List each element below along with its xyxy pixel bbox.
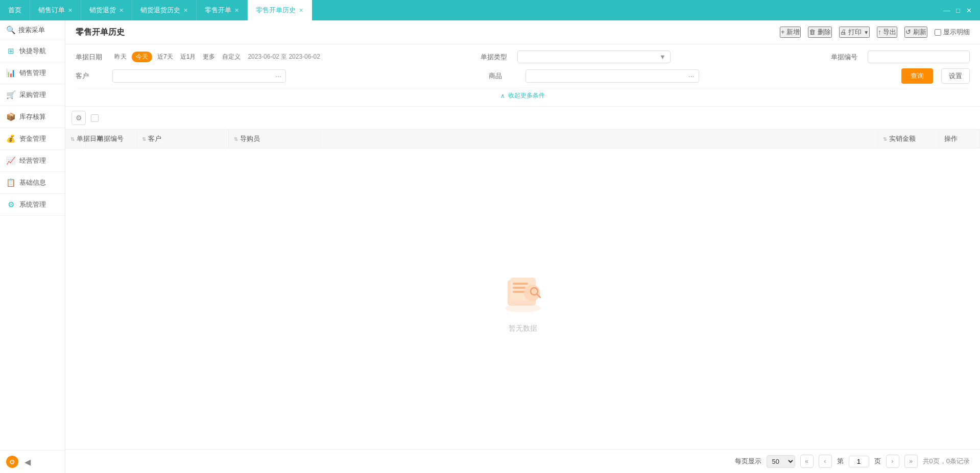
- filter-row-2: 客户 ··· 商品 ··· 查询 设置: [76, 68, 970, 84]
- query-btn[interactable]: 查询: [901, 68, 933, 84]
- tab-retail-open-close[interactable]: ✕: [234, 7, 239, 14]
- collapse-more-btn[interactable]: ∧ 收起更多条件: [76, 89, 970, 102]
- page-size-label: 每页显示: [735, 457, 761, 466]
- table-header: ⇅ 单据日期 ⇅ 单据编号 ⇅ 客户 ⇅ 导购员 ⇅ 实销: [65, 130, 980, 148]
- tab-sales-return-history[interactable]: 销货退货历史 ✕: [132, 0, 197, 20]
- filter-row-1: 单据日期 昨天 今天 近7天 近1月 更多 自定义 2023-06-02 至 2…: [76, 51, 970, 63]
- sidebar-item-ops-mgmt[interactable]: 📈 经营管理: [0, 150, 65, 172]
- date-opt-custom[interactable]: 自定义: [220, 52, 243, 62]
- page-input[interactable]: [849, 456, 869, 467]
- th-salesperson-label: 导购员: [240, 134, 260, 143]
- tab-sales-order-close[interactable]: ✕: [68, 7, 73, 14]
- sidebar-item-sales-mgmt[interactable]: 📊 销售管理: [0, 62, 65, 84]
- sidebar-item-sys-mgmt[interactable]: ⚙ 系统管理: [0, 194, 65, 216]
- page-title: 零售开单历史: [76, 27, 125, 38]
- last-page-btn[interactable]: »: [904, 455, 918, 468]
- sidebar-item-quick-nav[interactable]: ⊞ 快捷导航: [0, 40, 65, 62]
- settings-btn[interactable]: 设置: [941, 68, 970, 84]
- tab-sales-return[interactable]: 销货退货 ✕: [81, 0, 132, 20]
- sidebar-item-finance-mgmt[interactable]: 💰 资金管理: [0, 128, 65, 150]
- add-btn[interactable]: + 新增: [780, 27, 801, 38]
- date-opt-last1m[interactable]: 近1月: [178, 52, 198, 62]
- date-label: 单据日期: [76, 53, 104, 62]
- sidebar-item-sys-mgmt-label: 系统管理: [19, 200, 46, 209]
- th-date[interactable]: ⇅ 单据日期: [65, 130, 86, 148]
- content-area: 零售开单历史 + 新增 🗑 删除 🖨 打印 ▼ ↑ 导出 ↺ 刷新: [65, 20, 980, 473]
- next-page-btn[interactable]: ›: [886, 455, 899, 468]
- tab-retail-open-history-close[interactable]: ✕: [299, 7, 303, 14]
- date-opt-last7[interactable]: 近7天: [155, 52, 175, 62]
- th-salesperson[interactable]: ⇅ 导购员: [229, 130, 321, 148]
- th-amount-label: 实销金额: [889, 134, 916, 143]
- sidebar-item-inventory-calc[interactable]: 📦 库存核算: [0, 106, 65, 128]
- tab-home-label: 首页: [8, 6, 21, 15]
- settings-gear-bottom[interactable]: ⚙: [6, 456, 18, 468]
- doc-type-label: 单据类型: [481, 53, 509, 62]
- collapse-chevron-icon: ∧: [500, 92, 505, 99]
- display-detail-checkbox[interactable]: 显示明细: [935, 28, 970, 37]
- tab-sales-order-label: 销售订单: [38, 6, 65, 15]
- sort-salesperson-icon: ⇅: [234, 136, 238, 142]
- tab-retail-open[interactable]: 零售开单 ✕: [197, 0, 248, 20]
- refresh-label: ↺ 刷新: [905, 28, 926, 37]
- display-detail-label: 显示明细: [943, 28, 970, 37]
- th-no-label: 单据编号: [97, 134, 124, 143]
- tab-bar: 首页 销售订单 ✕ 销货退货 ✕ 销货退货历史 ✕ 零售开单 ✕ 零售开单历史 …: [0, 0, 935, 20]
- close-btn[interactable]: ✕: [966, 7, 972, 14]
- minimize-btn[interactable]: —: [943, 7, 950, 14]
- export-label: ↑ 导出: [878, 28, 896, 37]
- page-info: 共0页，0条记录: [923, 457, 970, 466]
- finance-mgmt-icon: 💰: [6, 134, 15, 143]
- sidebar-item-basic-info[interactable]: 📋 基础信息: [0, 172, 65, 194]
- delete-btn[interactable]: 🗑 删除: [808, 27, 832, 38]
- sort-date-icon: ⇅: [70, 136, 75, 142]
- page-size-select[interactable]: 50 10 20 100: [767, 455, 795, 468]
- goods-select[interactable]: ···: [525, 69, 699, 83]
- th-amount[interactable]: ⇅ 实销金额: [878, 130, 939, 148]
- tab-retail-open-history[interactable]: 零售开单历史 ✕: [248, 0, 312, 20]
- tab-home[interactable]: 首页: [0, 0, 30, 20]
- tab-sales-return-history-label: 销货退货历史: [140, 6, 180, 15]
- sidebar-search-label: 搜索采单: [18, 26, 45, 35]
- th-actions-label: 操作: [944, 134, 958, 143]
- quick-nav-icon: ⊞: [6, 46, 15, 56]
- th-customer[interactable]: ⇅ 客户: [137, 130, 229, 148]
- sidebar-item-purchase-mgmt[interactable]: 🛒 采购管理: [0, 84, 65, 106]
- sidebar-collapse-btn[interactable]: ◀: [25, 457, 31, 467]
- sidebar-search[interactable]: 🔍 搜索采单: [0, 20, 65, 40]
- sort-no-icon: ⇅: [91, 136, 95, 142]
- customer-select[interactable]: ···: [112, 69, 286, 83]
- sort-customer-icon: ⇅: [142, 136, 146, 142]
- table-settings-btn[interactable]: ⚙: [71, 111, 86, 125]
- table-toolbar: ⚙: [65, 107, 980, 130]
- tab-sales-return-close[interactable]: ✕: [119, 7, 124, 14]
- doc-no-input[interactable]: [868, 51, 970, 63]
- sidebar-bottom: ⚙ ◀: [0, 450, 65, 473]
- doc-type-select[interactable]: ▼: [517, 51, 671, 63]
- sidebar-item-purchase-mgmt-label: 采购管理: [19, 90, 46, 99]
- select-all-checkbox[interactable]: [91, 114, 99, 122]
- date-opt-yesterday[interactable]: 昨天: [112, 52, 129, 62]
- page-header: 零售开单历史 + 新增 🗑 删除 🖨 打印 ▼ ↑ 导出 ↺ 刷新: [65, 20, 980, 44]
- th-actions: 操作: [939, 130, 980, 148]
- print-btn[interactable]: 🖨 打印 ▼: [839, 27, 870, 38]
- refresh-btn[interactable]: ↺ 刷新: [904, 27, 927, 38]
- purchase-mgmt-icon: 🛒: [6, 90, 15, 99]
- customer-label: 客户: [76, 71, 104, 81]
- maximize-btn[interactable]: □: [956, 7, 960, 14]
- search-icon: 🔍: [6, 26, 15, 35]
- display-detail-input[interactable]: [935, 29, 941, 36]
- tab-sales-return-history-close[interactable]: ✕: [183, 7, 188, 14]
- date-options: 昨天 今天 近7天 近1月 更多 自定义 2023-06-02 至 2023-0…: [112, 52, 320, 62]
- header-actions: + 新增 🗑 删除 🖨 打印 ▼ ↑ 导出 ↺ 刷新 显示明细: [780, 27, 970, 38]
- tab-sales-order[interactable]: 销售订单 ✕: [30, 0, 81, 20]
- sys-mgmt-icon: ⚙: [6, 200, 15, 209]
- date-opt-more[interactable]: 更多: [201, 52, 217, 62]
- th-no[interactable]: ⇅ 单据编号: [86, 130, 137, 148]
- svg-rect-4: [513, 287, 525, 289]
- first-page-btn[interactable]: «: [800, 455, 814, 468]
- prev-page-btn[interactable]: ‹: [819, 455, 832, 468]
- date-opt-today[interactable]: 今天: [132, 52, 152, 62]
- window-controls: — □ ✕: [935, 7, 980, 14]
- export-btn[interactable]: ↑ 导出: [877, 27, 897, 38]
